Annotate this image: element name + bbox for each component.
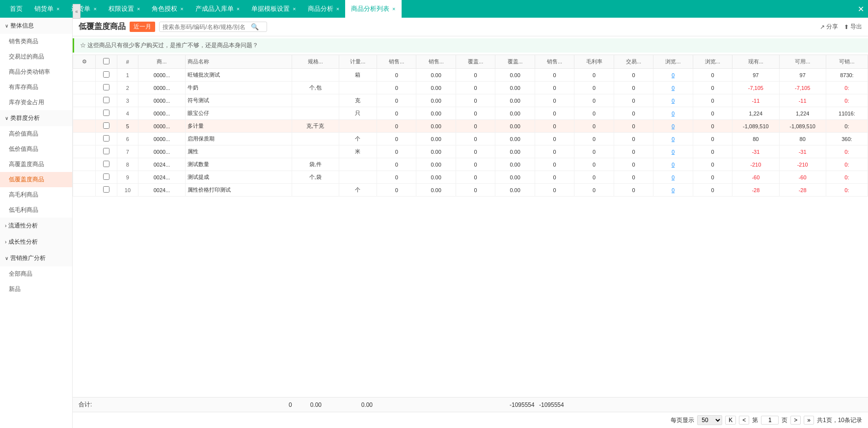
last-page-button[interactable]: » bbox=[804, 416, 814, 425]
cell-checkbox[interactable] bbox=[96, 158, 117, 171]
page-label: 第 bbox=[752, 416, 758, 425]
sidebar-group-overall[interactable]: ∨ 整体信息 bbox=[0, 18, 72, 34]
row-checkbox[interactable] bbox=[103, 186, 109, 193]
sidebar-item-low-margin[interactable]: 低毛利商品 bbox=[0, 202, 72, 218]
col-sales1-header[interactable]: 销售... bbox=[377, 55, 416, 69]
col-unit-header[interactable]: 计量... bbox=[339, 55, 377, 69]
col-checkbox-all[interactable] bbox=[96, 55, 117, 69]
first-page-button[interactable]: K bbox=[725, 416, 736, 425]
col-sales2-header[interactable]: 销售... bbox=[416, 55, 456, 69]
sidebar-item-high-coverage[interactable]: 高覆盖度商品 bbox=[0, 157, 72, 172]
close-icon[interactable]: × bbox=[336, 6, 339, 12]
col-gross-header[interactable]: 毛利率 bbox=[574, 55, 614, 69]
nav-tab-home[interactable]: 首页 bbox=[4, 0, 28, 18]
row-checkbox[interactable] bbox=[103, 135, 109, 142]
select-all-checkbox[interactable] bbox=[103, 58, 109, 64]
period-button[interactable]: 近一月 bbox=[130, 22, 155, 32]
close-icon[interactable]: × bbox=[293, 6, 296, 12]
cell-checkbox[interactable] bbox=[96, 82, 117, 94]
share-button[interactable]: ↗ 分享 bbox=[820, 23, 838, 31]
cell-browse1[interactable]: 0 bbox=[653, 133, 693, 145]
col-settings[interactable]: ⚙ bbox=[73, 55, 96, 69]
nav-tab-role[interactable]: 角色授权 × bbox=[146, 0, 189, 18]
cell-checkbox[interactable] bbox=[96, 69, 117, 82]
sidebar-item-in-stock[interactable]: 有库存商品 bbox=[0, 80, 72, 95]
nav-tab-permissions[interactable]: 权限设置 × bbox=[103, 0, 146, 18]
row-checkbox[interactable] bbox=[103, 84, 109, 90]
cell-checkbox[interactable] bbox=[96, 107, 117, 120]
sidebar-item-low-coverage[interactable]: 低覆盖度商品 bbox=[0, 172, 72, 187]
cell-browse1[interactable]: 0 bbox=[653, 145, 693, 158]
sidebar-item-traded-goods[interactable]: 交易过的商品 bbox=[0, 49, 72, 64]
col-browse2-header[interactable]: 浏览... bbox=[693, 55, 732, 69]
search-input[interactable] bbox=[163, 24, 251, 30]
row-checkbox[interactable] bbox=[103, 110, 109, 116]
sidebar-item-high-margin[interactable]: 高毛利商品 bbox=[0, 187, 72, 202]
col-trade-header[interactable]: 交易... bbox=[614, 55, 653, 69]
close-icon[interactable]: × bbox=[392, 6, 395, 12]
nav-tab-product-analysis-list[interactable]: 商品分析列表 × bbox=[345, 0, 401, 18]
col-code-header[interactable]: 商... bbox=[138, 55, 186, 69]
row-checkbox[interactable] bbox=[103, 161, 109, 167]
col-cover2-header[interactable]: 覆盖... bbox=[495, 55, 535, 69]
cell-checkbox[interactable] bbox=[96, 94, 117, 107]
table-row: 7 0000... 属性 米 0 0.00 0 0.00 0 0 0 0 0 -… bbox=[73, 145, 868, 158]
export-button[interactable]: ⬆ 导出 bbox=[844, 23, 862, 31]
cell-browse1[interactable]: 0 bbox=[653, 82, 693, 94]
close-all-button[interactable]: ✕ bbox=[858, 4, 864, 14]
prev-page-button[interactable]: < bbox=[739, 416, 749, 425]
col-name-header[interactable]: 商品名称 bbox=[186, 55, 292, 69]
cell-checkbox[interactable] bbox=[96, 171, 117, 184]
cell-checkbox[interactable] bbox=[96, 133, 117, 145]
col-avail-header[interactable]: 可用... bbox=[779, 55, 826, 69]
row-checkbox[interactable] bbox=[103, 173, 109, 180]
col-browse1-header[interactable]: 浏览... bbox=[653, 55, 693, 69]
cell-checkbox[interactable] bbox=[96, 120, 117, 133]
row-checkbox[interactable] bbox=[103, 122, 109, 129]
sidebar-group-cluster[interactable]: ∨ 类群度分析 bbox=[0, 110, 72, 126]
sidebar-group-growth[interactable]: › 成长性分析 bbox=[0, 234, 72, 250]
cell-checkbox[interactable] bbox=[96, 145, 117, 158]
sidebar-item-sales-goods[interactable]: 销售类商品 bbox=[0, 34, 72, 49]
nav-tab-purchase[interactable]: 进货单 × bbox=[65, 0, 102, 18]
nav-tab-template[interactable]: 单据模板设置 × bbox=[245, 0, 301, 18]
nav-tab-finished[interactable]: 产成品入库单 × bbox=[190, 0, 245, 18]
sidebar-group-marketing[interactable]: ∨ 营销推广分析 bbox=[0, 250, 72, 266]
row-checkbox[interactable] bbox=[103, 97, 109, 103]
row-checkbox[interactable] bbox=[103, 71, 109, 78]
row-checkbox[interactable] bbox=[103, 148, 109, 154]
cell-browse1[interactable]: 0 bbox=[653, 158, 693, 171]
cell-browse1[interactable]: 0 bbox=[653, 107, 693, 120]
col-saleable-header[interactable]: 可销... bbox=[826, 55, 868, 69]
cell-browse1[interactable]: 0 bbox=[653, 94, 693, 107]
close-icon[interactable]: × bbox=[56, 6, 59, 12]
close-icon[interactable]: × bbox=[137, 6, 140, 12]
sidebar-item-category-rate[interactable]: 商品分类动销率 bbox=[0, 64, 72, 80]
next-page-button[interactable]: > bbox=[790, 416, 801, 425]
search-icon[interactable]: 🔍 bbox=[251, 23, 259, 30]
sidebar-item-low-value[interactable]: 低价值商品 bbox=[0, 142, 72, 157]
nav-tab-sales[interactable]: 销货单 × bbox=[28, 0, 65, 18]
sidebar-collapse-button[interactable]: « bbox=[73, 4, 81, 19]
cell-name: 多计量 bbox=[186, 120, 292, 133]
sidebar-item-all-goods[interactable]: 全部商品 bbox=[0, 266, 72, 282]
col-spec-header[interactable]: 规格... bbox=[292, 55, 339, 69]
cell-browse1[interactable]: 0 bbox=[653, 184, 693, 197]
sidebar-item-capital[interactable]: 库存资金占用 bbox=[0, 95, 72, 110]
cell-browse1[interactable]: 0 bbox=[653, 120, 693, 133]
close-icon[interactable]: × bbox=[93, 6, 96, 12]
nav-tab-product-analysis[interactable]: 商品分析 × bbox=[302, 0, 345, 18]
close-icon[interactable]: × bbox=[180, 6, 183, 12]
cell-browse1[interactable]: 0 bbox=[653, 69, 693, 82]
page-input[interactable] bbox=[761, 416, 779, 425]
sidebar-group-flow[interactable]: › 流通性分析 bbox=[0, 218, 72, 234]
cell-checkbox[interactable] bbox=[96, 184, 117, 197]
col-cover1-header[interactable]: 覆盖... bbox=[456, 55, 495, 69]
col-stock-header[interactable]: 现有... bbox=[732, 55, 779, 69]
cell-browse1[interactable]: 0 bbox=[653, 171, 693, 184]
per-page-select[interactable]: 50 100 200 bbox=[697, 415, 722, 425]
col-salesx-header[interactable]: 销售... bbox=[535, 55, 574, 69]
close-icon[interactable]: × bbox=[237, 6, 240, 12]
sidebar-item-new-goods[interactable]: 新品 bbox=[0, 282, 72, 297]
sidebar-item-high-value[interactable]: 高价值商品 bbox=[0, 126, 72, 142]
